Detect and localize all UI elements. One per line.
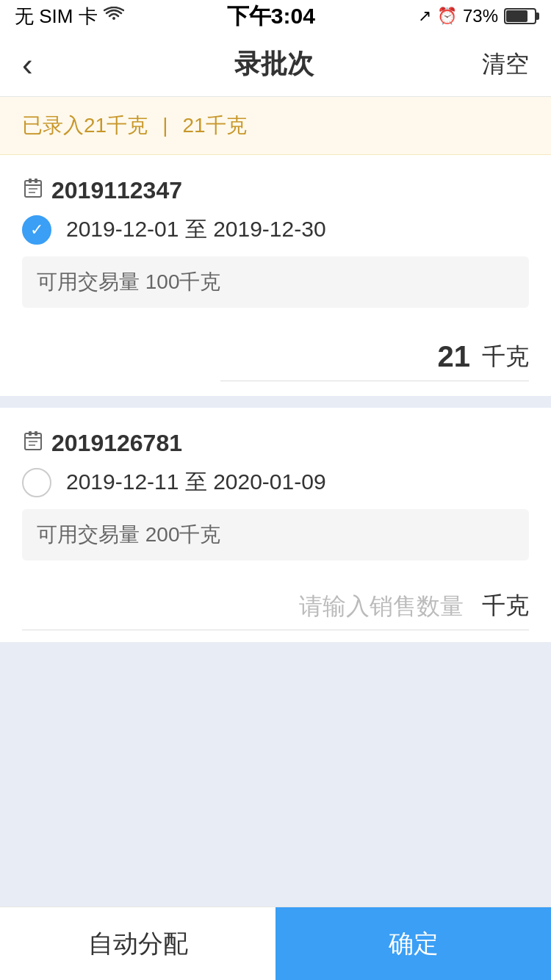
batch-date-row-1: ✓ 2019-12-01 至 2019-12-30 <box>22 215 529 245</box>
batch-icon-1 <box>22 178 44 203</box>
svg-rect-1 <box>29 179 32 183</box>
carrier-text: 无 SIM 卡 <box>15 4 98 29</box>
alarm-icon: ⏰ <box>437 7 457 26</box>
status-left: 无 SIM 卡 <box>15 4 124 29</box>
battery-percent: 73% <box>463 6 498 26</box>
batch-header-1: 2019112347 <box>22 177 529 204</box>
confirm-button[interactable]: 确定 <box>276 907 551 980</box>
status-bar: 无 SIM 卡 下午3:04 ↗ ⏰ 73% <box>0 0 551 32</box>
qty-unit-1: 千克 <box>482 341 529 373</box>
info-banner: 已录入21千克 | 21千克 <box>0 97 551 155</box>
location-icon: ↗ <box>418 7 431 26</box>
back-button[interactable]: ‹ <box>22 46 66 83</box>
wifi-icon <box>104 5 124 28</box>
svg-rect-2 <box>35 179 37 183</box>
recorded-amount: 已录入21千克 <box>22 112 148 140</box>
bottom-bar: 自动分配 确定 <box>0 907 551 980</box>
section-divider <box>0 396 551 408</box>
available-qty-2: 可用交易量 200千克 <box>22 509 529 561</box>
svg-rect-7 <box>29 431 32 436</box>
check-icon-1: ✓ <box>30 220 43 239</box>
batch-date-1: 2019-12-01 至 2019-12-30 <box>66 215 326 245</box>
batch-date-2: 2019-12-11 至 2020-01-09 <box>66 467 326 497</box>
batch-item-2: 2019126781 2019-12-11 至 2020-01-09 可用交易量… <box>0 408 551 561</box>
status-right: ↗ ⏰ 73% <box>418 6 536 26</box>
info-divider: | <box>162 114 168 137</box>
qty-row-1: 21 千克 <box>0 323 551 381</box>
svg-rect-8 <box>35 431 37 436</box>
qty-input-2[interactable] <box>22 593 475 620</box>
time-display: 下午3:04 <box>227 1 315 32</box>
battery-icon <box>504 8 536 24</box>
input-row-2: 千克 <box>0 575 551 630</box>
batch-header-2: 2019126781 <box>22 430 529 457</box>
batch-id-1: 2019112347 <box>51 177 182 204</box>
available-qty-1: 可用交易量 100千克 <box>22 256 529 308</box>
batch-item-1: 2019112347 ✓ 2019-12-01 至 2019-12-30 可用交… <box>0 155 551 308</box>
batch-id-2: 2019126781 <box>51 430 182 457</box>
batch-card-2: 2019126781 2019-12-11 至 2020-01-09 可用交易量… <box>0 408 551 642</box>
total-amount: 21千克 <box>182 112 246 140</box>
batch-date-row-2: 2019-12-11 至 2020-01-09 <box>22 467 529 497</box>
batch-icon-2 <box>22 430 44 456</box>
clear-button[interactable]: 清空 <box>482 48 529 81</box>
batch-card-1: 2019112347 ✓ 2019-12-01 至 2019-12-30 可用交… <box>0 155 551 396</box>
radio-button-1[interactable]: ✓ <box>22 215 51 245</box>
auto-distribute-button[interactable]: 自动分配 <box>0 907 276 980</box>
qty-value-1: 21 <box>438 340 471 373</box>
radio-button-2[interactable] <box>22 468 51 497</box>
page-title: 录批次 <box>234 46 314 82</box>
nav-bar: ‹ 录批次 清空 <box>0 32 551 97</box>
input-unit-2: 千克 <box>482 590 529 622</box>
